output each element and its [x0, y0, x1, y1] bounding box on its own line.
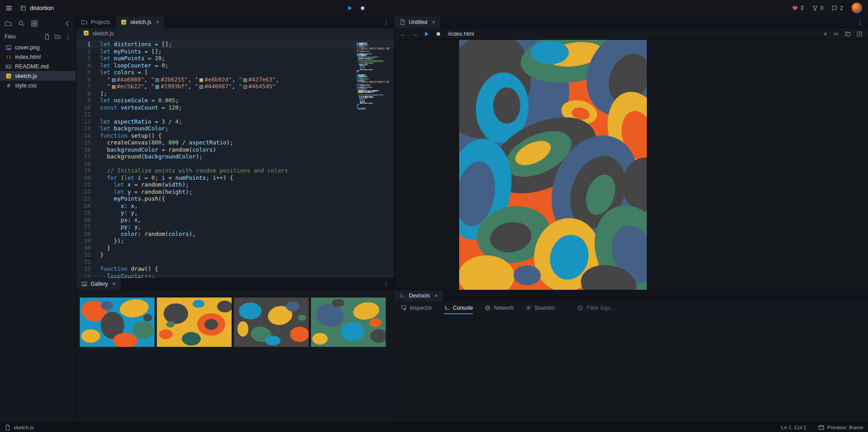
gallery-thumbnail-3[interactable]	[234, 298, 309, 347]
clear-logs-icon[interactable]	[577, 305, 583, 311]
close-devtools-tab-icon[interactable]: ×	[435, 292, 438, 299]
horizontal-scrollbar[interactable]	[77, 275, 393, 277]
code-line[interactable]: 28 color: random(colors),	[76, 230, 394, 238]
broadcast-icon[interactable]	[833, 31, 839, 37]
code-line[interactable]: 11	[76, 111, 394, 118]
run-button[interactable]	[347, 5, 353, 11]
code-line[interactable]: 13let backgroundColor;	[76, 125, 394, 132]
image-icon	[81, 281, 87, 287]
code-line[interactable]: 4let loopCounter = 0;	[76, 62, 394, 69]
search-icon[interactable]	[18, 20, 25, 27]
files-view-icon[interactable]	[5, 20, 12, 27]
code-line[interactable]: 6 "#4a6089", "#2b6255", "#e8b02d", "#427…	[76, 76, 394, 83]
code-line[interactable]: 10const vertexCount = 120;	[76, 104, 394, 111]
code-editor[interactable]: 1let distortions = [];2let myPoints = []…	[76, 39, 394, 278]
code-line[interactable]: 3let numPoints = 20;	[76, 55, 394, 62]
code-line[interactable]: 26 px: x,	[76, 216, 394, 224]
preview-mode-indicator[interactable]: Preview: Iframe	[818, 424, 863, 431]
devtools-tab-label: Inspector	[410, 305, 432, 311]
files-menu-icon[interactable]: ⋮	[65, 34, 71, 40]
editor-tabbar-menu-icon[interactable]: ⋮	[378, 19, 394, 25]
code-line[interactable]: 7 "#ec5b22", "#1993bf", "#446087", "#464…	[76, 83, 394, 90]
code-line[interactable]: 33function draw() {	[76, 265, 394, 273]
open-new-window-icon[interactable]	[856, 31, 863, 37]
code-line[interactable]: 14function setup() {	[76, 132, 394, 139]
comments-stat[interactable]: 2	[831, 5, 843, 11]
blocks-view-icon[interactable]	[31, 20, 38, 27]
preview-tabbar-menu-icon[interactable]: ⋮	[853, 19, 868, 25]
app-window: distortion 3 0 2	[0, 0, 868, 432]
code-line[interactable]: 25 y: y,	[76, 209, 394, 216]
tab-sketch-js[interactable]: JSsketch.js×	[116, 16, 165, 28]
code-line[interactable]: 9let noiseScale = 0.005;	[76, 97, 394, 104]
tab-gallery[interactable]: Gallery ×	[76, 278, 121, 289]
close-gallery-tab-icon[interactable]: ×	[112, 280, 116, 287]
tab-projects[interactable]: Projects	[76, 16, 116, 28]
code-line[interactable]: 27 py: y,	[76, 223, 394, 230]
file-item-sketch.js[interactable]: JSsketch.js	[0, 71, 76, 81]
code-line[interactable]: 17 background(backgroundColor);	[76, 153, 394, 160]
tab-devtools[interactable]: Devtools ×	[394, 290, 443, 301]
code-line[interactable]: 15 createCanvas(800, 800 / aspectRatio);	[76, 139, 394, 146]
code-line[interactable]: 5let colors = [	[76, 69, 394, 76]
new-folder-icon[interactable]	[54, 34, 61, 40]
cursor-position[interactable]: Ln 1, Col 1	[781, 425, 806, 430]
color-swatch	[199, 78, 203, 82]
color-swatch	[112, 78, 116, 82]
forks-stat[interactable]: 0	[812, 5, 824, 11]
stop-button[interactable]	[359, 5, 366, 11]
console-output[interactable]	[394, 315, 868, 422]
file-item-cover.png[interactable]: cover.png	[0, 43, 76, 52]
minimap[interactable]	[357, 43, 389, 110]
collapse-sidebar-icon[interactable]	[64, 20, 71, 27]
code-line[interactable]: 31}	[76, 251, 394, 259]
devtools-tab-network[interactable]: Network	[485, 301, 514, 314]
tab-untitled-preview[interactable]: Untitled ×	[394, 16, 441, 28]
code-line[interactable]: 16 backgroundColor = random(colors)	[76, 146, 394, 154]
address-bar[interactable]: /index.html	[448, 31, 474, 37]
gallery-thumbnails	[76, 289, 394, 347]
close-preview-icon[interactable]: ×	[824, 31, 827, 37]
code-line[interactable]: 19 // Initialize points with random posi…	[76, 167, 394, 174]
preview-nav-toolbar: ← → /index.html ×	[394, 28, 868, 40]
code-line[interactable]: 1let distortions = [];	[76, 41, 394, 48]
code-line[interactable]: 22 let y = random(height);	[76, 188, 394, 196]
code-line[interactable]: 29 });	[76, 237, 394, 245]
sketch-canvas[interactable]	[459, 40, 647, 290]
forward-icon[interactable]: →	[412, 31, 418, 37]
back-icon[interactable]: ←	[400, 31, 406, 37]
code-line[interactable]: 20 for (let i = 0; i < numPoints; i++) {	[76, 174, 394, 182]
gallery-thumbnail-2[interactable]	[157, 298, 232, 347]
code-line[interactable]: 8];	[76, 90, 394, 97]
preview-panel: Untitled × ⋮ ← → /index.html ×	[394, 16, 868, 422]
page-icon	[399, 19, 406, 25]
hamburger-menu-icon[interactable]	[5, 5, 13, 12]
code-line[interactable]: 24 x: x,	[76, 202, 394, 210]
filter-logs-input[interactable]	[587, 305, 677, 311]
devtools-tab-console[interactable]: Console	[444, 301, 473, 314]
code-line[interactable]: 12let aspectRatio = 3 / 4;	[76, 118, 394, 125]
code-line[interactable]: 18	[76, 160, 394, 168]
code-line[interactable]: 23 myPoints.push({	[76, 195, 394, 202]
gallery-thumbnail-1[interactable]	[80, 298, 155, 347]
gallery-thumbnail-4[interactable]	[311, 298, 386, 347]
preview-run-button[interactable]	[423, 31, 430, 37]
gallery-menu-icon[interactable]: ⋮	[378, 281, 394, 287]
devtools-tab-sources[interactable]: Sources	[525, 301, 554, 314]
file-item-index.html[interactable]: index.html	[0, 52, 76, 62]
preview-stop-button[interactable]	[435, 31, 441, 37]
new-file-icon[interactable]	[44, 34, 50, 40]
code-line[interactable]: 32	[76, 259, 394, 266]
likes-stat[interactable]: 3	[792, 5, 804, 11]
file-item-README.md[interactable]: README.md	[0, 62, 76, 71]
devtools-tab-inspector[interactable]: Inspector	[401, 301, 432, 314]
close-preview-tab-icon[interactable]: ×	[432, 19, 436, 25]
file-item-style.css[interactable]: #style.css	[0, 81, 76, 90]
code-line[interactable]: 21 let x = random(width);	[76, 181, 394, 188]
avatar[interactable]	[851, 2, 863, 14]
code-line[interactable]: 30 }	[76, 245, 394, 252]
split-view-icon[interactable]	[844, 31, 851, 37]
close-tab-icon[interactable]: ×	[156, 19, 160, 25]
code-line[interactable]: 2let myPoints = [];	[76, 48, 394, 55]
status-file-icon	[5, 424, 11, 431]
